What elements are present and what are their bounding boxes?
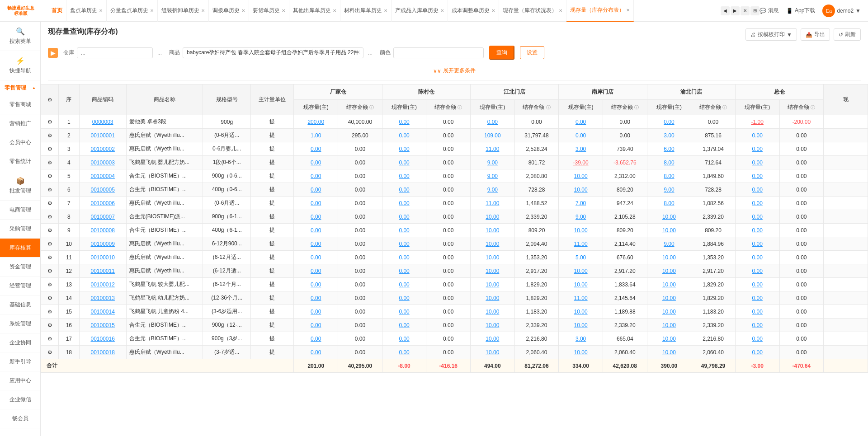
color-input[interactable] [393, 47, 484, 58]
close-tab-icon[interactable]: ✕ [241, 8, 245, 13]
info-icon[interactable]: ⓘ [369, 105, 374, 110]
row-gear-icon[interactable]: ⚙ [47, 309, 52, 315]
tab-inventory-list[interactable]: 盘点单历史 ✕ [66, 0, 107, 22]
row-gear-icon[interactable]: ⚙ [47, 281, 52, 288]
tab-other-out[interactable]: 其他出库单历史 ✕ [289, 0, 340, 22]
info-icon[interactable]: ⓘ [811, 105, 815, 110]
row-gear-icon[interactable]: ⚙ [47, 159, 52, 166]
table-container[interactable]: ⚙ 序 商品编码 商品名称 规格型号 主计量单位 厂家仓 陈村仓 江北门店 南岸… [41, 84, 868, 436]
sidebar-item-retail-stats[interactable]: 零售统计 [0, 152, 40, 171]
info-icon[interactable]: ⓘ [458, 105, 462, 110]
cell-settings[interactable]: ⚙ [41, 142, 59, 156]
tab-stock-dist[interactable]: 现存量（库存分布表） ✕ [566, 0, 634, 22]
cell-settings[interactable]: ⚙ [41, 129, 59, 142]
tab-cost-adjust[interactable]: 成本调整单历史 ✕ [448, 0, 499, 22]
row-gear-icon[interactable]: ⚙ [47, 200, 52, 206]
close-tab-icon[interactable]: ✕ [282, 8, 285, 13]
sidebar-item-apps[interactable]: 应用中心 [0, 371, 40, 390]
row-gear-icon[interactable]: ⚙ [47, 227, 52, 234]
close-tab-icon[interactable]: ✕ [201, 8, 205, 13]
message-button[interactable]: 💬 消息 [760, 7, 779, 14]
sidebar-item-operations[interactable]: 经营管理 [0, 277, 40, 295]
row-gear-icon[interactable]: ⚙ [47, 146, 52, 152]
cell-settings[interactable]: ⚙ [41, 319, 59, 332]
cell-settings[interactable]: ⚙ [41, 278, 59, 291]
row-gear-icon[interactable]: ⚙ [47, 187, 52, 193]
export-button[interactable]: 📤 导出 [801, 28, 830, 41]
goods-input[interactable] [183, 47, 363, 58]
info-icon[interactable]: ⓘ [546, 105, 551, 110]
row-gear-icon[interactable]: ⚙ [47, 132, 52, 139]
tab-stock-status[interactable]: 现存量（库存状况表） ✕ [499, 0, 566, 22]
col-settings-header[interactable]: ⚙ [41, 84, 59, 115]
sidebar-item-retail-store[interactable]: 零售商城 [0, 95, 40, 114]
nav-next-arrow[interactable]: ▶ [731, 6, 740, 15]
close-tab-icon[interactable]: ✕ [440, 8, 444, 13]
tab-material-out[interactable]: 材料出库单历史 ✕ [340, 0, 392, 22]
app-download-button[interactable]: 📱 App下载 [786, 7, 815, 14]
row-gear-icon[interactable]: ⚙ [47, 173, 52, 179]
sidebar-item-marketing[interactable]: 营销推广 [0, 114, 40, 133]
query-button[interactable]: 查询 [489, 46, 514, 60]
cell-settings[interactable]: ⚙ [41, 115, 59, 129]
row-gear-icon[interactable]: ⚙ [47, 214, 52, 220]
sidebar-item-purchase[interactable]: 采购管理 [0, 220, 40, 239]
expand-conditions-button[interactable]: ∨∨ 展开更多条件 [433, 67, 476, 75]
cell-settings[interactable]: ⚙ [41, 197, 59, 210]
warehouse-input[interactable] [77, 47, 153, 58]
cell-settings[interactable]: ⚙ [41, 305, 59, 319]
close-tab-icon[interactable]: ✕ [559, 8, 562, 13]
nav-close-arrow[interactable]: ✕ [741, 6, 750, 15]
refresh-button[interactable]: ↺ 刷新 [834, 28, 861, 41]
sidebar-item-enterprise[interactable]: 企业协同 [0, 333, 40, 352]
cell-settings[interactable]: ⚙ [41, 224, 59, 237]
sidebar-item-wechat[interactable]: 企业微信 [0, 390, 40, 409]
close-tab-icon[interactable]: ✕ [491, 8, 495, 13]
tab-home[interactable]: 首页 [48, 0, 66, 22]
close-tab-icon[interactable]: ✕ [384, 8, 387, 13]
print-button[interactable]: 🖨 按模板打印 ▼ [745, 28, 797, 41]
close-tab-icon[interactable]: ✕ [150, 8, 154, 13]
sidebar-item-members[interactable]: 会员中心 [0, 133, 40, 152]
cell-settings[interactable]: ⚙ [41, 183, 59, 197]
cell-settings[interactable]: ⚙ [41, 346, 59, 359]
info-icon[interactable]: ⓘ [634, 105, 639, 110]
cell-settings[interactable]: ⚙ [41, 332, 59, 346]
row-gear-icon[interactable]: ⚙ [47, 241, 52, 247]
tab-goods-list[interactable]: 要货单历史 ✕ [249, 0, 289, 22]
sidebar-item-basics[interactable]: 基础信息 [0, 295, 40, 314]
row-gear-icon[interactable]: ⚙ [47, 349, 52, 356]
nav-expand-arrow[interactable]: ⊞ [750, 6, 760, 15]
expand-arrow-button[interactable]: ▶ [48, 48, 58, 58]
row-gear-icon[interactable]: ⚙ [47, 336, 52, 342]
sidebar-item-vip[interactable]: 畅会员 [0, 409, 40, 428]
nav-prev-arrow[interactable]: ◀ [721, 6, 730, 15]
tab-partial-list[interactable]: 分量盘点单历史 ✕ [107, 0, 158, 22]
sidebar-item-inventory[interactable]: 库存核算 [0, 239, 40, 258]
tab-product-in[interactable]: 产成品入库单历史 ✕ [392, 0, 448, 22]
settings-button[interactable]: 设置 [520, 46, 544, 59]
cell-settings[interactable]: ⚙ [41, 169, 59, 183]
sidebar-item-retail[interactable]: 零售管理 ▲ [0, 80, 40, 95]
user-menu[interactable]: Ea demo2 ▼ [822, 5, 861, 17]
close-tab-icon[interactable]: ✕ [626, 8, 630, 13]
sidebar-item-ecommerce[interactable]: 电商管理 [0, 201, 40, 220]
cell-settings[interactable]: ⚙ [41, 210, 59, 224]
close-tab-icon[interactable]: ✕ [333, 8, 336, 13]
row-gear-icon[interactable]: ⚙ [47, 322, 52, 328]
sidebar-item-finance[interactable]: 资金管理 [0, 258, 40, 277]
sidebar-item-guide[interactable]: 新手引导 [0, 352, 40, 371]
row-gear-icon[interactable]: ⚙ [47, 254, 52, 261]
sidebar-item-search[interactable]: 🔍 搜索英单 [0, 22, 40, 51]
close-tab-icon[interactable]: ✕ [99, 8, 103, 13]
cell-settings[interactable]: ⚙ [41, 251, 59, 264]
cell-settings[interactable]: ⚙ [41, 156, 59, 169]
row-gear-icon[interactable]: ⚙ [47, 295, 52, 301]
sidebar-item-wholesale[interactable]: 📦 批发管理 [0, 171, 40, 201]
row-gear-icon[interactable]: ⚙ [47, 268, 52, 274]
sidebar-item-system[interactable]: 系统管理 [0, 314, 40, 333]
info-icon[interactable]: ⓘ [722, 105, 727, 110]
cell-settings[interactable]: ⚙ [41, 264, 59, 278]
tab-bundle-list[interactable]: 组装拆卸单历史 ✕ [158, 0, 209, 22]
sidebar-item-shortcuts[interactable]: ⚡ 快捷导航 [0, 51, 40, 80]
